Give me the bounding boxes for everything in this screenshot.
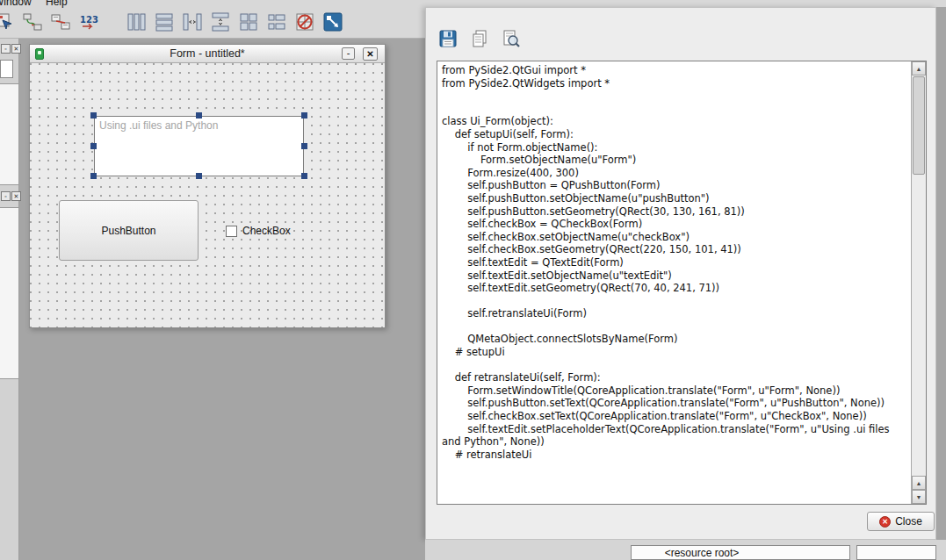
selection-handle[interactable] <box>301 112 307 118</box>
layout-horizontal-icon <box>126 11 147 32</box>
qt-designer-window: Window Help <box>0 0 946 560</box>
find-button[interactable] <box>500 27 523 50</box>
scroll-down-icon[interactable]: ▼ <box>912 490 926 504</box>
resource-tree[interactable]: <resource root> <box>631 545 850 560</box>
left-dock-strip: ▫ ✕ ▫ ✕ <box>0 39 19 560</box>
edit-widgets-icon <box>0 11 15 32</box>
dock-float-icon[interactable]: ▫ <box>1 191 11 201</box>
minimize-button[interactable]: - <box>342 47 355 60</box>
code-viewer-dialog: from PySide2.QtGui import * from PySide2… <box>425 7 936 540</box>
pushbutton-widget[interactable]: PushButton <box>59 200 199 261</box>
layout-grid-button[interactable] <box>237 11 260 33</box>
dock-close-icon[interactable]: ✕ <box>11 191 21 201</box>
form-editor-window: Form - untitled* - ✕ Using .ui files and… <box>29 44 386 328</box>
edit-signals-slots-icon <box>22 11 43 32</box>
menu-window[interactable]: Window <box>0 0 32 8</box>
code-viewer-toolbar <box>437 27 523 50</box>
resource-root-item[interactable]: <resource root> <box>632 546 772 559</box>
code-view[interactable]: from PySide2.QtGui import * from PySide2… <box>437 61 927 505</box>
resource-list[interactable] <box>856 545 936 560</box>
code-vertical-scrollbar[interactable]: ▲ ▲ ▼ <box>911 61 926 504</box>
layout-split-vertical-button[interactable] <box>209 11 232 33</box>
edit-tab-order-icon: 123 <box>78 11 99 32</box>
break-layout-icon <box>294 11 315 32</box>
copy-button[interactable] <box>468 27 491 50</box>
close-circle-icon: ✕ <box>879 516 891 528</box>
form-titlebar[interactable]: Form - untitled* - ✕ <box>30 45 385 63</box>
edit-buddies-icon <box>50 11 71 32</box>
layout-horizontal-button[interactable] <box>125 11 148 33</box>
form-window-title: Form - untitled* <box>30 47 385 60</box>
svg-text:123: 123 <box>80 15 98 25</box>
form-canvas[interactable]: Using .ui files and Python PushButton Ch… <box>30 63 385 327</box>
dock-list-area[interactable] <box>0 207 18 379</box>
scroll-up-icon[interactable]: ▲ <box>912 61 926 75</box>
layout-vertical-icon <box>154 11 175 32</box>
menu-help[interactable]: Help <box>46 0 68 8</box>
selection-handle[interactable] <box>301 143 307 149</box>
close-button[interactable]: ✕ <box>363 47 378 61</box>
find-icon <box>501 28 522 49</box>
layout-split-horizontal-button[interactable] <box>181 11 204 33</box>
selection-handle[interactable] <box>301 173 307 179</box>
selection-handle[interactable] <box>196 112 202 118</box>
textedit-placeholder: Using .ui files and Python <box>95 117 303 134</box>
layout-form-icon <box>266 11 287 32</box>
adjust-size-button[interactable] <box>321 11 344 33</box>
dock-filter-box[interactable] <box>0 60 13 78</box>
main-toolbar: 123 <box>0 11 344 33</box>
layout-split-horizontal-icon <box>182 11 203 32</box>
toolbar-separator <box>105 11 119 33</box>
selection-handle[interactable] <box>90 173 97 179</box>
dialog-close-button[interactable]: ✕ Close <box>867 512 935 531</box>
adjust-size-icon <box>322 11 343 32</box>
dock-float-icon[interactable]: ▫ <box>1 44 11 54</box>
layout-split-vertical-icon <box>210 11 231 32</box>
copy-icon <box>469 28 490 49</box>
dock-close-icon[interactable]: ✕ <box>11 44 21 54</box>
checkbox-label: CheckBox <box>242 225 291 237</box>
generated-code-text[interactable]: from PySide2.QtGui import * from PySide2… <box>437 61 911 504</box>
break-layout-button[interactable] <box>293 11 316 33</box>
selection-handle[interactable] <box>90 112 97 118</box>
save-icon <box>437 28 459 49</box>
layout-grid-icon <box>238 11 259 32</box>
checkbox-box-icon[interactable] <box>226 226 237 237</box>
layout-vertical-button[interactable] <box>153 11 176 33</box>
selection-handle[interactable] <box>196 173 202 179</box>
scrollbar-thumb[interactable] <box>913 76 925 175</box>
edit-tab-order-button[interactable]: 123 <box>77 11 100 33</box>
textedit-widget[interactable]: Using .ui files and Python <box>94 116 304 176</box>
edit-buddies-button[interactable] <box>49 11 72 33</box>
checkbox-widget[interactable]: CheckBox <box>226 222 291 240</box>
edit-signals-slots-button[interactable] <box>21 11 44 33</box>
save-button[interactable] <box>437 27 459 50</box>
selection-handle[interactable] <box>90 143 97 149</box>
dock-list-area[interactable] <box>0 83 18 185</box>
edit-widgets-button[interactable] <box>0 11 16 33</box>
layout-form-button[interactable] <box>265 11 288 33</box>
workspace-right-strip <box>936 7 946 540</box>
scroll-up-icon[interactable]: ▲ <box>912 476 926 490</box>
close-button-label: Close <box>895 515 922 528</box>
